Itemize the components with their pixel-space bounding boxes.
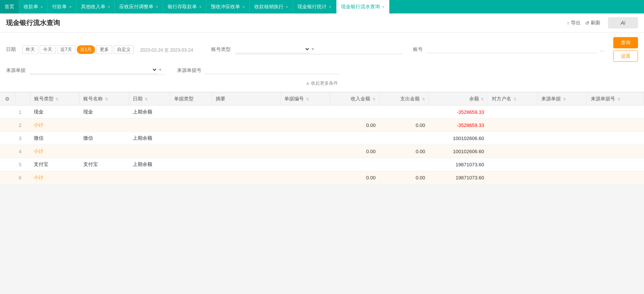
collapse-button[interactable]: ∧ 收起更多条件 [306,80,338,87]
source-doc-label: 来源单据 [6,67,27,74]
nav-item-collection[interactable]: 收款核销执行 × [250,0,293,13]
source-doc-select[interactable] [30,66,158,74]
source-doc-dropdown-icon: ▾ [159,67,161,72]
refresh-button[interactable]: ↺ 刷新 [585,19,600,26]
shortcut-more[interactable]: 更多 [96,45,112,54]
th-source-doc[interactable]: 来源单据 ⇅ [537,93,587,106]
table-container: ⚙ 账号类型 ⇅ 账号名称 ⇅ 日期 ⇅ 单据类型 摘要 单据编号 ⇅ 收入金额… [0,92,644,184]
nav-label-receipts: 收款单 [24,3,38,10]
nav-label-ar-ap: 应收应付调整单 [119,3,153,10]
nav-home-label: 首页 [5,3,14,10]
collapse-row: ∧ 收起更多条件 [6,79,638,89]
close-icon-prepayment[interactable]: × [242,4,245,9]
account-no-input[interactable] [426,46,597,53]
export-button[interactable]: ↑ 导出 [567,19,581,26]
close-icon-statistics[interactable]: × [329,4,331,9]
ai-badge[interactable]: Ai [608,17,638,28]
th-settings[interactable]: ⚙ [0,93,15,106]
nav-label-cashflow: 现金银行流水查询 [341,3,380,10]
shortcut-custom[interactable]: 自定义 [114,45,134,54]
filter-row-date: 日期 昨天 今天 近7天 近1月 更多 自定义 2023-02-24 至 202… [6,37,638,62]
table-row: 3微信微信上期余额100102606.60 [0,132,644,145]
shortcut-today[interactable]: 今天 [40,45,56,54]
shortcut-7days[interactable]: 近7天 [57,45,75,54]
nav-label-collection: 收款核销执行 [254,3,284,10]
th-doc-type: 单据类型 [170,93,212,106]
th-balance[interactable]: 余额 ⇅ [429,93,488,106]
nav-item-cashflow[interactable]: 现金银行流水查询 × [336,0,389,13]
nav-item-receipts[interactable]: 收款单 × [19,0,48,13]
account-type-select-wrapper: ▾ [235,45,402,54]
page-title: 现金银行流水查询 [6,18,60,27]
source-doc-no-input[interactable] [204,67,339,74]
cashflow-table: ⚙ 账号类型 ⇅ 账号名称 ⇅ 日期 ⇅ 单据类型 摘要 单据编号 ⇅ 收入金额… [0,92,644,184]
top-navigation: 首页 收款单 × 付款单 × 其他收入单 × 应收应付调整单 × 银行存取款单 … [0,0,644,13]
shortcut-yesterday[interactable]: 昨天 [23,45,38,54]
th-counterparty[interactable]: 对方户名 ⇅ [488,93,537,106]
close-icon-bank[interactable]: × [199,4,201,9]
nav-home[interactable]: 首页 [0,0,19,13]
source-doc-select-wrapper: ▾ [30,66,165,75]
header-actions: ↑ 导出 ↺ 刷新 Ai [567,17,638,28]
nav-item-prepayment[interactable]: 预收冲应收单 × [206,0,249,13]
nav-item-payments[interactable]: 付款单 × [48,0,76,13]
export-label: 导出 [571,19,581,26]
nav-label-bank: 银行存取款单 [168,3,197,10]
date-shortcuts: 昨天 今天 近7天 近1月 更多 自定义 [23,45,134,54]
export-icon: ↑ [567,20,570,26]
table-row: 4小计0.000.00100102606.60 [0,145,644,158]
th-source-doc-no[interactable]: 来源单据号 ⇅ [587,93,644,106]
query-button[interactable]: 查询 [613,37,638,48]
th-expense[interactable]: 支出金额 ⇅ [380,93,429,106]
shortcut-1month[interactable]: 近1月 [77,45,95,54]
close-icon-collection[interactable]: × [286,4,288,9]
nav-item-ar-ap[interactable]: 应收应付调整单 × [115,0,163,13]
refresh-icon: ↺ [585,20,589,26]
table-row: 1现金现金上期余额-3528659.33 [0,106,644,119]
th-income[interactable]: 收入金额 ⇅ [330,93,380,106]
table-row: 2小计0.000.00-3528659.33 [0,119,644,132]
nav-label-statistics: 现金银行统计 [297,3,327,10]
nav-label-other-income: 其他收入单 [81,3,105,10]
nav-label-payments: 付款单 [52,3,67,10]
filter-area: 日期 昨天 今天 近7天 近1月 更多 自定义 2023-02-24 至 202… [0,33,644,92]
refresh-label: 刷新 [591,19,600,26]
nav-item-bank[interactable]: 银行存取款单 × [163,0,206,13]
th-index [15,93,30,106]
table-body: 1现金现金上期余额-3528659.332小计0.000.00-3528659.… [0,106,644,184]
th-doc-no[interactable]: 单据编号 ⇅ [281,93,330,106]
filter-row-source: 来源单据 ▾ 来源单据号 [6,66,638,75]
close-icon-payments[interactable]: × [69,4,71,9]
account-type-select[interactable] [235,45,310,53]
account-type-dropdown-icon: ▾ [312,46,314,52]
close-icon-receipts[interactable]: × [41,4,43,9]
settings-button[interactable]: 设置 [613,51,638,62]
nav-label-prepayment: 预收冲应收单 [211,3,240,10]
collapse-icon: ∧ [306,81,309,86]
th-date[interactable]: 日期 ⇅ [129,93,170,106]
date-range-display: 2023-02-24 至 2023-03-24 [140,47,193,54]
table-row: 5支付宝支付宝上期余额19871073.60 [0,158,644,171]
close-icon-ar-ap[interactable]: × [156,4,158,9]
collapse-label: 收起更多条件 [311,80,338,87]
account-no-ellipsis-button[interactable]: ... [600,46,604,52]
nav-item-statistics[interactable]: 现金银行统计 × [293,0,336,13]
close-icon-other-income[interactable]: × [108,4,110,9]
column-settings-icon[interactable]: ⚙ [5,96,10,102]
table-row: 6小计0.000.0019871073.60 [0,171,644,184]
nav-item-other-income[interactable]: 其他收入单 × [77,0,115,13]
account-no-label: 账号 [413,46,423,53]
source-doc-no-label: 来源单据号 [177,67,201,74]
account-type-label: 账号类型 [211,46,232,53]
th-account-name[interactable]: 账号名称 ⇅ [80,93,129,106]
th-account-type[interactable]: 账号类型 ⇅ [30,93,80,106]
page-header: 现金银行流水查询 ↑ 导出 ↺ 刷新 Ai [0,13,644,33]
th-summary: 摘要 [212,93,281,106]
close-icon-cashflow[interactable]: × [382,4,384,9]
date-filter-label: 日期 [6,46,20,53]
table-header-row: ⚙ 账号类型 ⇅ 账号名称 ⇅ 日期 ⇅ 单据类型 摘要 单据编号 ⇅ 收入金额… [0,93,644,106]
